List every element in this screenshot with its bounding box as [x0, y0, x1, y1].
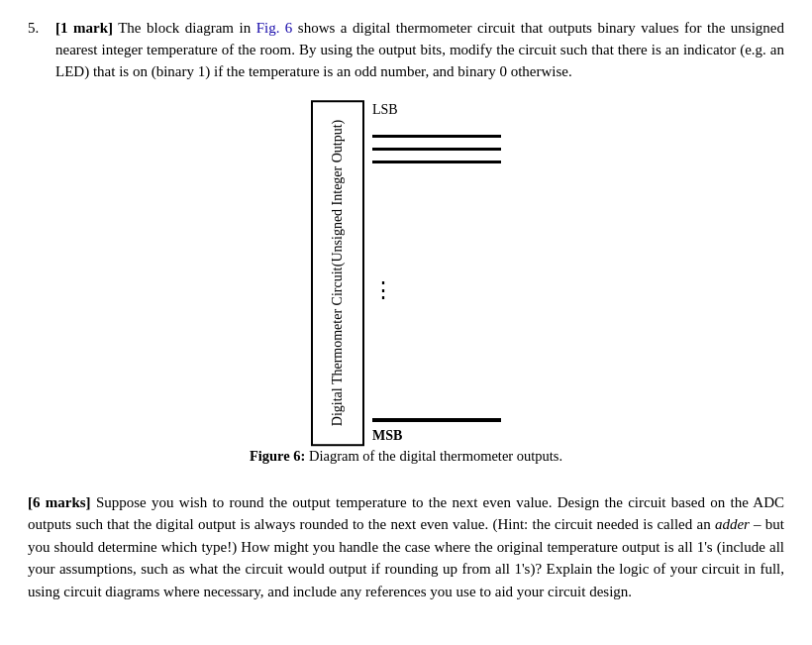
diagram-box: Digital Thermometer Circuit (Unsigned In… — [311, 100, 501, 446]
output-bar-2 — [372, 148, 501, 151]
dots-area: ⋮ — [364, 163, 501, 419]
output-bar-msb — [372, 418, 501, 422]
line-1 — [364, 135, 501, 138]
question-5: 5. [1 mark] The block diagram in Fig. 6 … — [28, 18, 784, 82]
figure-caption: Figure 6: Diagram of the digital thermom… — [250, 446, 562, 467]
question-part2: [6 marks] Suppose you wish to round the … — [28, 491, 784, 603]
figure-caption-bold: Figure 6: — [250, 448, 306, 464]
output-bar-1 — [372, 135, 501, 138]
adder-italic: adder — [715, 516, 750, 532]
dots: ⋮ — [372, 274, 396, 306]
mark-label: [1 mark] — [55, 20, 113, 36]
part1-text-before-link: The block diagram in — [113, 20, 256, 36]
diagram-wrapper: Digital Thermometer Circuit (Unsigned In… — [28, 100, 784, 481]
part2-text-before-italic: Suppose you wish to round the output tem… — [28, 494, 784, 533]
line-2 — [364, 148, 501, 151]
question-number: 5. — [28, 18, 55, 82]
lsb-label: LSB — [372, 100, 501, 120]
circuit-label: Digital Thermometer Circuit (Unsigned In… — [311, 100, 364, 446]
output-lines-container: LSB ⋮ MSB — [364, 100, 501, 446]
msb-section: MSB — [364, 418, 501, 446]
circuit-label-line1: Digital Thermometer Circuit — [329, 268, 347, 427]
line-msb — [364, 418, 501, 422]
question-text-part1: [1 mark] The block diagram in Fig. 6 sho… — [55, 18, 784, 82]
marks6-label: [6 marks] — [28, 494, 91, 510]
figure-caption-text: Diagram of the digital thermometer outpu… — [305, 448, 562, 464]
fig6-link[interactable]: Fig. 6 — [256, 20, 293, 36]
top-lines: LSB — [364, 100, 501, 162]
msb-label: MSB — [372, 426, 501, 446]
circuit-label-line2: (Unsigned Integer Output) — [329, 120, 347, 268]
